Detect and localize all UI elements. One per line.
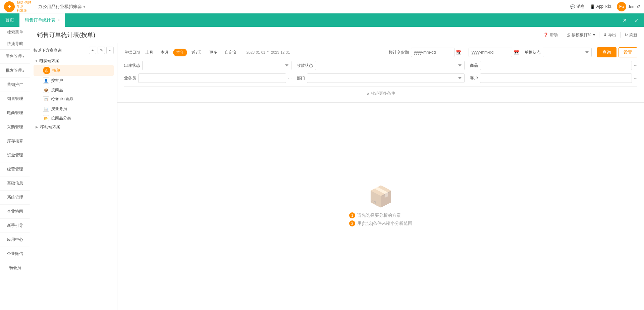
expected-date-end[interactable] bbox=[469, 48, 512, 57]
date-tag-custom[interactable]: 自定义 bbox=[222, 49, 240, 56]
sidebar-item-operations[interactable]: 经营管理 bbox=[0, 162, 30, 176]
calendar-icon-start[interactable]: 📅 bbox=[456, 50, 462, 55]
filter-date: 单据日期 上月 本月 本年 近7天 更多 自定义 bbox=[124, 49, 240, 56]
department-select[interactable] bbox=[307, 73, 464, 83]
sidebar-item-sales[interactable]: 销售管理 bbox=[0, 92, 30, 106]
expand-icon2: ▶ bbox=[36, 125, 38, 129]
collapse-up-icon: ∧ bbox=[367, 91, 370, 96]
export-icon: ⬇ bbox=[603, 33, 607, 37]
setting-button[interactable]: 设置 bbox=[619, 47, 637, 57]
query-button[interactable]: 查询 bbox=[597, 47, 616, 57]
tree-item-by-order[interactable]: ◎ 按单 bbox=[34, 65, 114, 76]
sidebar-item-retail[interactable]: 零售管理 ▾ bbox=[0, 50, 30, 64]
app-download-btn[interactable]: 📱 App下载 bbox=[590, 4, 611, 9]
date-tag-this-month[interactable]: 本月 bbox=[158, 49, 172, 56]
message-btn[interactable]: 💬 消息 bbox=[570, 4, 585, 9]
date-label: 单据日期 bbox=[124, 50, 140, 55]
date-tag-this-year[interactable]: 本年 bbox=[173, 49, 187, 56]
filter-status: 单据状态 bbox=[525, 48, 592, 57]
product-icon: 📦 bbox=[43, 87, 49, 93]
category-icon: 📂 bbox=[43, 115, 49, 121]
customer-more-icon[interactable]: ··· bbox=[634, 76, 637, 81]
export-btn[interactable]: ⬇ 导出 bbox=[603, 32, 616, 38]
date-tag-more[interactable]: 更多 bbox=[206, 49, 220, 56]
tab-window-close[interactable]: ✕ bbox=[620, 15, 629, 25]
sidebar-item-apps[interactable]: 应用中心 bbox=[0, 233, 30, 247]
tab-actions: ✕ ⤢ bbox=[617, 15, 644, 25]
sidebar-item-wholesale[interactable]: 批发管理 ▴ bbox=[0, 64, 30, 78]
sidebar-item-marketing[interactable]: 营销推广 bbox=[0, 78, 30, 92]
date-separator: — bbox=[463, 50, 467, 55]
page-actions: ❓ 帮助 🖨 按模板打印 ▾ ⬇ 导出 ↻ 刷新 bbox=[543, 32, 637, 38]
sales-rep-input[interactable] bbox=[138, 73, 286, 83]
tree-item-by-category[interactable]: 📂 按商品分类 bbox=[34, 113, 114, 123]
sidebar-item-system[interactable]: 系统管理 bbox=[0, 191, 30, 205]
message-icon: 💬 bbox=[570, 4, 575, 9]
date-tag-last-month[interactable]: 上月 bbox=[142, 49, 156, 56]
expected-date-start[interactable] bbox=[411, 48, 454, 57]
tree-pc-section[interactable]: ▾ 电脑端方案 bbox=[34, 57, 114, 65]
date-tags: 上月 本月 本年 近7天 更多 自定义 bbox=[142, 49, 240, 56]
sidebar-item-ecommerce[interactable]: 电商管理 bbox=[0, 106, 30, 120]
sidebar-item-finance[interactable]: 资金管理 bbox=[0, 148, 30, 162]
sidebar-item-wechat[interactable]: 企业微信 bbox=[0, 247, 30, 261]
content-body: 按以下方案查询 + ✎ « ▾ 电脑端方案 ◎ 按单 bbox=[30, 43, 644, 310]
calendar-icon-end[interactable]: 📅 bbox=[514, 50, 519, 55]
empty-tips: 1 请先选择要分析的方案 2 用[过滤]条件来缩小分析范围 bbox=[349, 212, 412, 228]
payment-status-select[interactable] bbox=[315, 61, 464, 70]
tab-window-expand[interactable]: ⤢ bbox=[632, 15, 641, 25]
filter-payment-status: 收款状态 bbox=[297, 61, 464, 70]
tree-item-by-sales-rep[interactable]: 📊 按业务员 bbox=[34, 104, 114, 113]
customer-product-icon: 📋 bbox=[43, 96, 49, 102]
print-dropdown-icon: ▾ bbox=[593, 33, 595, 37]
ship-status-label: 出库状态 bbox=[124, 63, 140, 68]
chevron-up-icon: ▴ bbox=[22, 69, 24, 72]
product-more-icon[interactable]: ··· bbox=[634, 63, 637, 68]
logo-area: ✦ 畅捷·信好生意 标准版 bbox=[4, 1, 34, 13]
tree-item-by-customer[interactable]: 👤 按客户 bbox=[34, 76, 114, 85]
sidebar-search[interactable]: 搜索菜单 bbox=[0, 27, 30, 38]
status-select[interactable] bbox=[543, 48, 592, 57]
filter-form: 单据日期 上月 本月 本年 近7天 更多 自定义 2023-01-01 至 20… bbox=[117, 43, 644, 103]
logo-text: 畅捷·信好生意 标准版 bbox=[17, 1, 34, 13]
product-input[interactable] bbox=[480, 61, 632, 70]
filter-product: 商品 ··· bbox=[470, 61, 637, 70]
action-icons: + ✎ « bbox=[89, 47, 114, 54]
tab-bar: 首页 销售订单统计表 × ✕ ⤢ bbox=[0, 13, 644, 27]
refresh-btn[interactable]: ↻ 刷新 bbox=[625, 32, 637, 38]
sidebar-item-inventory[interactable]: 库存核算 bbox=[0, 134, 30, 148]
print-icon: 🖨 bbox=[566, 33, 570, 37]
sidebar-item-member[interactable]: 畅会员 bbox=[0, 261, 30, 275]
customer-input[interactable] bbox=[480, 73, 632, 83]
tab-sales-order[interactable]: 销售订单统计表 × bbox=[19, 13, 65, 27]
date-tag-last7[interactable]: 近7天 bbox=[189, 49, 205, 56]
tab-close-icon[interactable]: × bbox=[57, 18, 60, 22]
sales-rep-more-icon[interactable]: ··· bbox=[288, 76, 291, 81]
tip-num-2: 2 bbox=[349, 220, 355, 226]
sidebar-item-purchase[interactable]: 采购管理 bbox=[0, 120, 30, 134]
left-panel-header: 按以下方案查询 + ✎ « bbox=[34, 47, 114, 54]
help-btn[interactable]: ❓ 帮助 bbox=[543, 32, 558, 38]
product-label: 商品 bbox=[470, 63, 478, 68]
sidebar-item-basic[interactable]: 基础信息 bbox=[0, 176, 30, 191]
user-avatar[interactable]: Ea demo2 bbox=[617, 2, 640, 11]
tree-mobile-section[interactable]: ▶ 移动端方案 bbox=[34, 123, 114, 131]
tree-item-by-customer-product[interactable]: 📋 按客户+商品 bbox=[34, 95, 114, 104]
main-layout: 搜索菜单 快捷导航 零售管理 ▾ 批发管理 ▴ 营销推广 销售管理 电商管理 采… bbox=[0, 27, 644, 310]
tree-item-by-product[interactable]: 📦 按商品 bbox=[34, 85, 114, 95]
collapse-btn[interactable]: ∧ 收起更多条件 bbox=[124, 89, 637, 98]
print-btn[interactable]: 🖨 按模板打印 ▾ bbox=[566, 32, 595, 38]
filter-customer: 客户 ··· bbox=[470, 73, 637, 83]
dropdown-icon[interactable]: ▾ bbox=[83, 4, 86, 9]
sidebar-item-enterprise[interactable]: 企业协同 bbox=[0, 205, 30, 219]
sidebar-quick-nav[interactable]: 快捷导航 bbox=[0, 38, 30, 50]
collapse-panel-btn[interactable]: « bbox=[106, 47, 114, 54]
add-scheme-btn[interactable]: + bbox=[89, 47, 96, 54]
edit-scheme-btn[interactable]: ✎ bbox=[98, 47, 105, 54]
sidebar-item-newbie[interactable]: 新手引导 bbox=[0, 219, 30, 233]
content-area: 销售订单统计表(按单) ❓ 帮助 🖨 按模板打印 ▾ ⬇ 导出 bbox=[30, 27, 644, 310]
tab-home[interactable]: 首页 bbox=[0, 13, 19, 27]
chevron-down-icon: ▾ bbox=[22, 55, 24, 58]
expected-date-label: 预计交货期 bbox=[389, 50, 409, 55]
ship-status-select[interactable] bbox=[142, 61, 291, 70]
